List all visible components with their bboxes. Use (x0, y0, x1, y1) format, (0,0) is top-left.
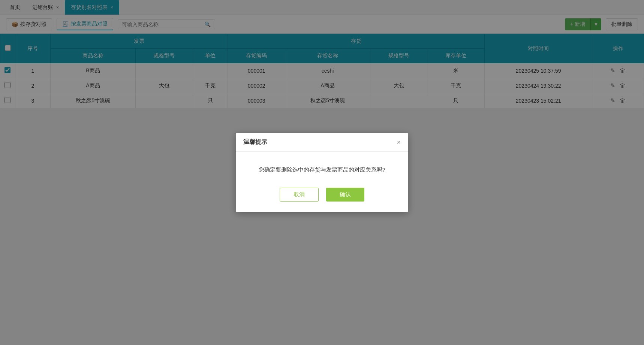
dialog-overlay: 温馨提示 × 您确定要删除选中的存货与发票商品的对应关系吗? 取消 确认 (0, 0, 644, 108)
